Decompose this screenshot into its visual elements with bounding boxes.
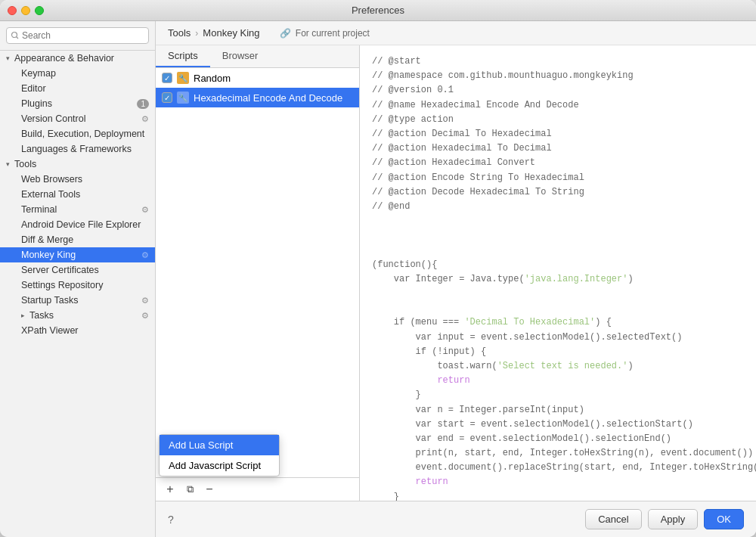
script-icon: 🔧	[177, 72, 189, 84]
scripts-list: 🔧 Random 🔧 Hexadecimal Encode And Decode	[156, 68, 359, 477]
sidebar-item-keymap[interactable]: Keymap	[0, 66, 155, 81]
minimize-button[interactable]	[21, 6, 30, 15]
ok-button[interactable]: OK	[704, 509, 744, 529]
code-line: var n = Integer.parseInt(input)	[372, 403, 744, 417]
sidebar-item-settings-repo[interactable]: Settings Repository	[0, 278, 155, 293]
script-label: Random	[194, 73, 231, 84]
content-area: ▾ Appearance & Behavior Keymap Editor Pl…	[0, 21, 756, 537]
code-line: return	[372, 374, 744, 388]
scripts-toolbar: + ⧉ − Add Lua Script Add Javascript Scri…	[156, 477, 359, 501]
tab-scripts[interactable]: Scripts	[156, 45, 210, 67]
code-line: // @action Hexadecimal To Decimal	[372, 141, 744, 156]
code-line: // @name Hexadecimal Encode And Decode	[372, 98, 744, 113]
tab-browser[interactable]: Browser	[210, 45, 271, 67]
apply-button[interactable]: Apply	[648, 509, 699, 529]
gear-icon: ⚙	[141, 250, 149, 260]
add-script-dropdown: Add Lua Script Add Javascript Script	[159, 434, 280, 476]
sidebar-item-monkey-king[interactable]: Monkey King ⚙	[0, 247, 155, 262]
footer-buttons: Cancel Apply OK	[585, 509, 744, 529]
add-javascript-script-item[interactable]: Add Javascript Script	[160, 455, 279, 476]
sidebar-item-editor[interactable]: Editor	[0, 81, 155, 96]
code-line: (function(){	[372, 258, 744, 272]
code-line: // @namespace com.github.mounthuaguo.mon…	[372, 69, 744, 83]
code-line: var end = event.selectionModel().selecti…	[372, 432, 744, 446]
script-label: Hexadecimal Encode And Decode	[194, 92, 342, 104]
code-line: if (menu === 'Decimal To Hexadecimal') {	[372, 315, 744, 330]
code-line: // @type action	[372, 113, 744, 127]
list-item[interactable]: 🔧 Random	[156, 68, 359, 88]
script-checkbox[interactable]	[162, 73, 172, 83]
copy-script-button[interactable]: ⧉	[181, 481, 198, 498]
code-line: print(n, start, end, Integer.toHexString…	[372, 446, 744, 461]
code-line: }	[372, 490, 744, 501]
breadcrumb-separator: ›	[195, 28, 198, 39]
gear-icon: ⚙	[141, 114, 149, 124]
footer: ? Cancel Apply OK	[156, 501, 756, 537]
code-line: // @action Decimal To Hexadecimal	[372, 127, 744, 141]
sidebar-item-version-control[interactable]: Version Control ⚙	[0, 111, 155, 126]
cancel-button[interactable]: Cancel	[585, 509, 641, 529]
search-input[interactable]	[6, 27, 149, 44]
sidebar: ▾ Appearance & Behavior Keymap Editor Pl…	[0, 21, 156, 537]
sidebar-item-tools[interactable]: ▾ Tools	[0, 157, 155, 172]
code-content: // @start// @namespace com.github.mounth…	[360, 45, 756, 501]
gear-icon: ⚙	[141, 311, 149, 321]
breadcrumb: Tools › Monkey King 🔗 For current projec…	[156, 21, 756, 45]
main-panel: Tools › Monkey King 🔗 For current projec…	[156, 21, 756, 537]
sidebar-item-terminal[interactable]: Terminal ⚙	[0, 202, 155, 217]
sidebar-item-build[interactable]: Build, Execution, Deployment	[0, 126, 155, 141]
traffic-lights	[8, 6, 44, 15]
sidebar-item-external-tools[interactable]: External Tools	[0, 187, 155, 202]
remove-script-button[interactable]: −	[201, 481, 218, 498]
sidebar-item-tasks[interactable]: ▸ Tasks ⚙	[0, 308, 155, 323]
chevron-down-icon: ▾	[6, 160, 10, 168]
sidebar-item-web-browsers[interactable]: Web Browsers	[0, 172, 155, 187]
sidebar-search-container	[0, 21, 155, 51]
titlebar: Preferences	[0, 0, 756, 21]
code-line: // @action Encode String To Hexadecimal	[372, 171, 744, 185]
code-line: }	[372, 388, 744, 402]
help-button[interactable]: ?	[168, 514, 174, 526]
add-script-button[interactable]: +	[162, 481, 178, 498]
breadcrumb-parent[interactable]: Tools	[168, 27, 191, 39]
preferences-window: Preferences ▾ Appearance & Behavior Keym…	[0, 0, 756, 537]
code-line: var start = event.selectionModel().selec…	[372, 417, 744, 432]
add-lua-script-item[interactable]: Add Lua Script	[160, 435, 279, 455]
code-line: // @start	[372, 54, 744, 69]
breadcrumb-current: Monkey King	[203, 27, 259, 39]
sidebar-item-android[interactable]: Android Device File Explorer	[0, 217, 155, 232]
code-line: event.document().replaceString(start, en…	[372, 461, 744, 475]
sidebar-item-languages[interactable]: Languages & Frameworks	[0, 141, 155, 157]
sidebar-item-plugins[interactable]: Plugins 1	[0, 96, 155, 111]
sidebar-item-appearance[interactable]: ▾ Appearance & Behavior	[0, 51, 155, 66]
code-line: if (!input) {	[372, 345, 744, 359]
code-line: var Integer = Java.type('java.lang.Integ…	[372, 272, 744, 287]
window-title: Preferences	[352, 5, 404, 16]
sidebar-item-startup-tasks[interactable]: Startup Tasks ⚙	[0, 293, 155, 308]
scripts-panel: Scripts Browser 🔧 Random 🔧 Hexadecimal	[156, 45, 360, 501]
link-icon: 🔗	[280, 28, 291, 39]
sidebar-item-diff-merge[interactable]: Diff & Merge	[0, 232, 155, 247]
code-line: // @action Decode Hexadecimal To String	[372, 185, 744, 200]
close-button[interactable]	[8, 6, 17, 15]
code-line: // @action Hexadecimal Convert	[372, 156, 744, 170]
code-line: // @version 0.1	[372, 83, 744, 98]
gear-icon: ⚙	[141, 296, 149, 306]
tabs-bar: Scripts Browser	[156, 45, 359, 68]
sidebar-item-xpath-viewer[interactable]: XPath Viewer	[0, 323, 155, 338]
code-line: // @end	[372, 200, 744, 214]
project-link[interactable]: 🔗 For current project	[280, 28, 370, 39]
code-line: toast.warn('Select text is needed.')	[372, 359, 744, 374]
script-icon: 🔧	[177, 92, 189, 104]
code-line: var input = event.selectionModel().selec…	[372, 331, 744, 345]
plugins-badge: 1	[137, 99, 149, 109]
sidebar-item-server-certs[interactable]: Server Certificates	[0, 262, 155, 278]
gear-icon: ⚙	[141, 205, 149, 215]
chevron-right-icon: ▸	[21, 312, 25, 319]
main-content: Scripts Browser 🔧 Random 🔧 Hexadecimal	[156, 45, 756, 501]
script-checkbox[interactable]	[162, 92, 172, 103]
code-line: return	[372, 475, 744, 489]
code-panel: // @start// @namespace com.github.mounth…	[360, 45, 756, 501]
maximize-button[interactable]	[35, 6, 44, 15]
list-item[interactable]: 🔧 Hexadecimal Encode And Decode	[156, 88, 359, 107]
